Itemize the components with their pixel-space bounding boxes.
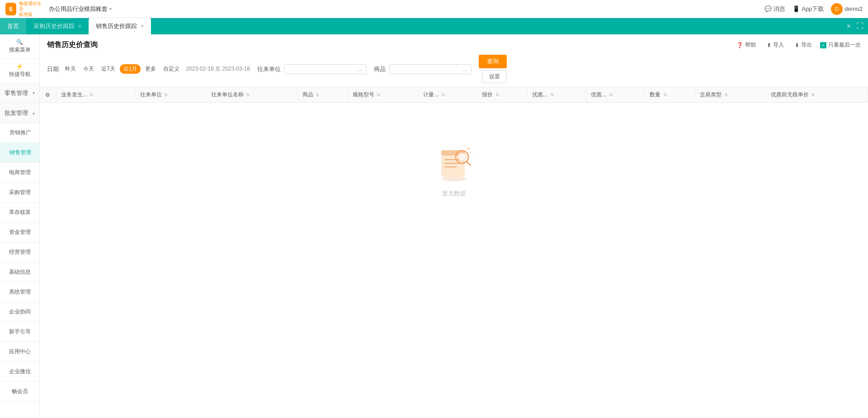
date-label: 日期 (47, 65, 59, 73)
date-range-text: 2023-02-18 至 2023-03-18 (186, 65, 250, 73)
only-last-checkbox[interactable]: ✓ (820, 42, 826, 48)
svg-point-10 (470, 152, 472, 153)
close-window-icon[interactable]: × (846, 21, 852, 31)
sidebar-item-finance[interactable]: 资金管理 (0, 223, 39, 242)
sidebar-item-guide[interactable]: 新手引导 (0, 322, 39, 342)
unit-input-group: ... (284, 64, 367, 74)
sidebar-item-app-center[interactable]: 应用中心 (0, 342, 39, 362)
sidebar-item-purchase[interactable]: 采购管理 (0, 183, 39, 203)
sidebar-item-sales-mgmt[interactable]: 销售管理 (0, 143, 39, 163)
tab-bar: 首页 采购历史价跟踪 × 销售历史价跟踪 × × ⛶ (0, 18, 868, 34)
table-col-spec[interactable]: 规格型号 ⇅ (348, 87, 419, 103)
download-icon: 📱 (793, 5, 800, 12)
date-btn-yesterday[interactable]: 昨天 (62, 64, 79, 74)
tab-sales[interactable]: 销售历史价跟踪 × (89, 18, 151, 34)
table-container: ⚙ 业务发生... ⇅ 往来单位 ⇅ 往来单位名称 ⇅ (40, 87, 868, 418)
download-action[interactable]: 📱 App下载 (793, 5, 824, 13)
top-bar-actions: 💬 消息 📱 App下载 D demo2 (764, 3, 863, 15)
only-last-checkbox-label[interactable]: ✓ 只看最后一次 (820, 41, 861, 49)
svg-point-7 (458, 153, 466, 161)
message-action[interactable]: 💬 消息 (764, 5, 785, 13)
unit-code-label: 往来单位 (140, 91, 162, 98)
date-btn-1month[interactable]: 近1月 (120, 64, 141, 74)
page-title-row: 销售历史价查询 ❓ 帮助 ⬆ 导入 ⬇ 导出 ✓ (47, 40, 861, 50)
svg-point-11 (465, 145, 467, 147)
avatar: D (831, 3, 843, 15)
tab-home[interactable]: 首页 (0, 18, 26, 34)
sales-tab-close[interactable]: × (141, 24, 144, 29)
help-button[interactable]: ❓ 帮助 (734, 40, 759, 50)
product-select-icon[interactable]: ... (463, 66, 467, 72)
chevron-down-icon: ▾ (109, 6, 112, 11)
table-col-unit-code[interactable]: 往来单位 ⇅ (136, 87, 207, 103)
sidebar-item-basic-info[interactable]: 基础信息 (0, 262, 39, 282)
top-bar: 6 畅捷通好生意 标准版 办公用品行业模拟账套 ▾ 💬 消息 📱 App下载 D… (0, 0, 868, 18)
sidebar-item-wholesale[interactable]: 批发管理 ▴ (0, 103, 39, 123)
date-btn-custom[interactable]: 自定义 (160, 64, 182, 74)
sidebar-item-operation[interactable]: 经营管理 (0, 242, 39, 262)
import-button[interactable]: ⬆ 导入 (764, 40, 787, 50)
sidebar: 🔍 搜索菜单 ⚡ 快捷导航 零售管理 ▾ 批发管理 ▴ 营销推广 销售管理 电商… (0, 34, 40, 418)
sidebar-item-quicknav[interactable]: ⚡ 快捷导航 (0, 59, 39, 83)
biz-date-label: 业务发生... (61, 91, 87, 98)
account-selector[interactable]: 办公用品行业模拟账套 ▾ (45, 3, 115, 15)
unit-filter-group: 往来单位 ... (257, 64, 367, 74)
product-input-group: ... (389, 64, 472, 74)
unit-input[interactable] (288, 66, 356, 72)
export-button[interactable]: ⬇ 导出 (792, 40, 815, 50)
page-actions: ❓ 帮助 ⬆ 导入 ⬇ 导出 ✓ 只看最后一次 (734, 40, 861, 50)
page-header: 销售历史价查询 ❓ 帮助 ⬆ 导入 ⬇ 导出 ✓ (40, 34, 868, 87)
product-col-label: 商品 (302, 91, 313, 98)
table-col-biz-date[interactable]: 业务发生... ⇅ (56, 87, 136, 103)
date-btn-7days[interactable]: 近7天 (99, 64, 118, 74)
sidebar-item-inventory[interactable]: 库存核算 (0, 203, 39, 223)
date-btn-today[interactable]: 今天 (80, 64, 97, 74)
discount2-label: 优惠... (591, 91, 606, 98)
tab-bar-end: × ⛶ (846, 21, 868, 31)
sidebar-item-ecommerce[interactable]: 电商管理 (0, 163, 39, 183)
svg-line-8 (467, 162, 470, 165)
logo-icon: 6 (5, 3, 16, 15)
unit-select-icon[interactable]: ... (358, 66, 363, 72)
settings-button[interactable]: 设置 (482, 70, 507, 83)
date-btn-more[interactable]: 更多 (142, 64, 159, 74)
table-col-discount2[interactable]: 优惠... ⇅ (586, 87, 645, 103)
query-button[interactable]: 查询 (479, 55, 507, 68)
sidebar-item-member[interactable]: 畅会员 (0, 382, 39, 402)
sidebar-item-wechat[interactable]: 企业微信 (0, 362, 39, 382)
table-col-price[interactable]: 报价 ⇅ (477, 87, 528, 103)
logo: 6 畅捷通好生意 标准版 (5, 1, 42, 17)
empty-text: 暂无数据 (442, 190, 466, 198)
nav-icon: ⚡ (16, 63, 23, 70)
sidebar-item-retail[interactable]: 零售管理 ▾ (0, 83, 39, 103)
svg-point-0 (441, 176, 467, 181)
sort-icon-price: ⇅ (495, 92, 499, 97)
import-icon: ⬆ (767, 42, 771, 48)
user-action[interactable]: D demo2 (831, 3, 863, 15)
table-col-discount1[interactable]: 优惠... ⇅ (528, 87, 586, 103)
table-col-pretax-price[interactable]: 优惠前无税单价 ⇅ (766, 87, 868, 103)
table-col-trade-type[interactable]: 交易类型 ⇅ (695, 87, 766, 103)
sort-icon-discount2: ⇅ (609, 92, 613, 97)
sort-icon-discount1: ⇅ (550, 92, 554, 97)
maximize-icon[interactable]: ⛶ (855, 21, 864, 31)
unit-name-label: 往来单位名称 (211, 91, 244, 98)
table-col-gear[interactable]: ⚙ (40, 87, 56, 103)
table-col-product[interactable]: 商品 ⇅ (297, 87, 348, 103)
sidebar-item-collab[interactable]: 企业协同 (0, 302, 39, 322)
date-buttons: 昨天 今天 近7天 近1月 更多 自定义 (62, 64, 182, 74)
price-label: 报价 (482, 91, 493, 98)
table-col-qty[interactable]: 数量 ⇅ (645, 87, 695, 103)
product-input[interactable] (393, 66, 461, 72)
tab-purchase[interactable]: 采购历史价跟踪 × (26, 18, 89, 34)
home-tab-label: 首页 (7, 22, 19, 30)
sidebar-item-system[interactable]: 系统管理 (0, 282, 39, 302)
sidebar-item-search[interactable]: 🔍 搜索菜单 (0, 34, 39, 59)
table-col-unit-measure[interactable]: 计量... ⇅ (419, 87, 477, 103)
date-filter-group: 日期 昨天 今天 近7天 近1月 更多 自定义 2023-02-18 至 202… (47, 64, 250, 74)
main-layout: 🔍 搜索菜单 ⚡ 快捷导航 零售管理 ▾ 批发管理 ▴ 营销推广 销售管理 电商… (0, 34, 868, 418)
sidebar-item-marketing[interactable]: 营销推广 (0, 123, 39, 143)
purchase-tab-close[interactable]: × (78, 24, 81, 29)
table-col-unit-name[interactable]: 往来单位名称 ⇅ (206, 87, 297, 103)
sort-icon-unit-code: ⇅ (164, 92, 168, 97)
